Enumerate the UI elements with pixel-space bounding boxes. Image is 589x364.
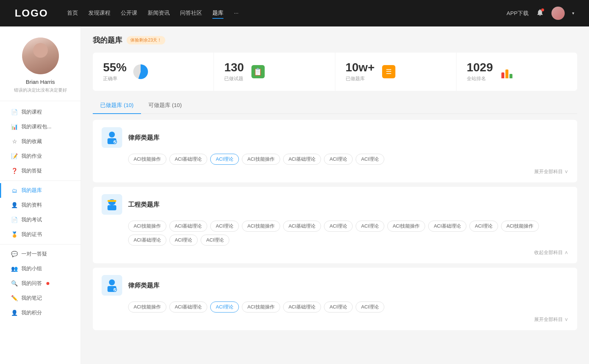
tab-0[interactable]: 已做题库 (10) (93, 98, 141, 113)
sidebar-item-10[interactable]: 👥我的小组 (0, 261, 81, 276)
sidebar-label-12: 我的笔记 (21, 295, 42, 301)
sidebar-label-13: 我的积分 (21, 310, 42, 316)
sidebar-icon-0: 📄 (11, 109, 18, 115)
sidebar-item-7[interactable]: 📄我的考试 (0, 213, 81, 227)
stat-text-2: 10w+ 已做题库 (346, 61, 375, 82)
bank-card-2: 律师类题库 ACI技能操作ACI基础理论ACI理论ACI技能操作ACI基础理论A… (93, 268, 577, 330)
sidebar-icon-5: 🗂 (11, 187, 18, 194)
sidebar-item-2[interactable]: ☆我的收藏 (0, 134, 81, 149)
tag-2-6[interactable]: ACI理论 (356, 301, 384, 313)
bar-chart-icon (499, 64, 515, 80)
sidebar-item-4[interactable]: ❓我的答疑 (0, 164, 81, 178)
sidebar-item-0[interactable]: 📄我的课程 (0, 105, 81, 119)
logo[interactable]: LOGO (15, 7, 48, 19)
svg-point-6 (109, 279, 115, 285)
bank-card-header-0: 律师类题库 (102, 127, 568, 148)
tag-1-10[interactable]: ACI技能操作 (501, 221, 539, 232)
sidebar-icon-9: 💬 (11, 251, 18, 257)
tag-2-4[interactable]: ACI基础理论 (283, 301, 321, 313)
nav-link[interactable]: ··· (234, 8, 239, 19)
profile-motto: 错误的决定比没有决定要好 (14, 87, 67, 93)
tag-1-13[interactable]: ACI理论 (201, 235, 229, 246)
bank-card-footer-1: 收起全部科目 ∧ (102, 249, 568, 256)
nav-link[interactable]: 首页 (67, 8, 78, 19)
sidebar-icon-7: 📄 (11, 217, 18, 223)
nav-link[interactable]: 题库 (212, 8, 223, 19)
expand-button-1[interactable]: 收起全部科目 ∧ (534, 249, 568, 256)
notification-dot (541, 8, 544, 11)
sidebar-item-11[interactable]: 🔍我的问答 (0, 276, 81, 291)
user-menu-chevron[interactable]: ▾ (572, 11, 574, 16)
bank-card-footer-0: 展开全部科目 ∨ (102, 168, 568, 175)
tag-1-11[interactable]: ACI基础理论 (128, 235, 166, 246)
sidebar-menu: 📄我的课程📊我的课程包...☆我的收藏📝我的作业❓我的答疑🗂我的题库👤我的资料📄… (0, 101, 81, 324)
sidebar-label-3: 我的作业 (21, 153, 42, 160)
tag-0-3[interactable]: ACI技能操作 (242, 154, 280, 165)
tag-0-2[interactable]: ACI理论 (210, 154, 239, 165)
tag-2-3[interactable]: ACI技能操作 (242, 301, 280, 313)
nav-link[interactable]: 发现课程 (88, 8, 110, 19)
bank-card-header-2: 律师类题库 (102, 275, 568, 296)
tag-1-1[interactable]: ACI基础理论 (169, 221, 208, 232)
sidebar-item-6[interactable]: 👤我的资料 (0, 198, 81, 213)
expand-button-2[interactable]: 展开全部科目 ∨ (534, 316, 568, 323)
stats-row: 55% 正确率 130 已做试题 📋 10w+ 已做题库 ☰ 1029 全站排名 (93, 53, 577, 91)
tag-0-4[interactable]: ACI基础理论 (283, 154, 321, 165)
tag-0-0[interactable]: ACI技能操作 (128, 154, 166, 165)
stat-label-2: 已做题库 (346, 75, 375, 82)
tag-1-3[interactable]: ACI技能操作 (242, 221, 280, 232)
sidebar-item-9[interactable]: 💬一对一答疑 (0, 247, 81, 261)
sidebar-icon-8: 🏅 (11, 231, 18, 238)
tag-2-2[interactable]: ACI理论 (210, 301, 239, 313)
bank-title-0: 律师类题库 (128, 133, 159, 142)
bank-icon-2 (102, 275, 122, 296)
stat-text-3: 1029 全站排名 (467, 61, 493, 82)
expand-button-0[interactable]: 展开全部科目 ∨ (534, 168, 568, 175)
tags-row-2: ACI技能操作ACI基础理论ACI理论ACI技能操作ACI基础理论ACI理论AC… (128, 301, 568, 313)
notification-bell[interactable] (536, 8, 544, 18)
tag-1-5[interactable]: ACI理论 (324, 221, 353, 232)
bank-cards-container: 律师类题库 ACI技能操作ACI基础理论ACI理论ACI技能操作ACI基础理论A… (93, 120, 577, 330)
tags-row-0: ACI技能操作ACI基础理论ACI理论ACI技能操作ACI基础理论ACI理论AC… (128, 154, 568, 165)
tab-1[interactable]: 可做题库 (10) (141, 98, 189, 113)
tag-1-4[interactable]: ACI基础理论 (283, 221, 321, 232)
sidebar-label-0: 我的课程 (21, 109, 42, 115)
tag-1-2[interactable]: ACI理论 (210, 221, 239, 232)
navbar-right: APP下载 ▾ (507, 7, 574, 20)
tag-0-1[interactable]: ACI基础理论 (169, 154, 208, 165)
tag-2-1[interactable]: ACI基础理论 (169, 301, 208, 313)
nav-link[interactable]: 新闻资讯 (148, 8, 170, 19)
tag-1-0[interactable]: ACI技能操作 (128, 221, 166, 232)
list-icon: ☰ (381, 64, 397, 80)
sidebar-icon-10: 👥 (11, 265, 18, 272)
trial-badge: 体验剩余23天！ (127, 36, 165, 44)
tag-1-6[interactable]: ACI理论 (356, 221, 384, 232)
app-download-link[interactable]: APP下载 (507, 10, 529, 17)
tag-1-9[interactable]: ACI理论 (469, 221, 498, 232)
tag-1-8[interactable]: ACI基础理论 (428, 221, 466, 232)
svg-point-0 (109, 132, 115, 138)
sidebar-item-8[interactable]: 🏅我的证书 (0, 227, 81, 242)
sidebar-label-1: 我的课程包... (21, 124, 52, 130)
tag-2-0[interactable]: ACI技能操作 (128, 301, 166, 313)
sidebar-item-3[interactable]: 📝我的作业 (0, 149, 81, 164)
tag-1-7[interactable]: ACI技能操作 (387, 221, 426, 232)
tags-row-1: ACI技能操作ACI基础理论ACI理论ACI技能操作ACI基础理论ACI理论AC… (128, 221, 568, 246)
sidebar-icon-3: 📝 (11, 153, 18, 160)
bank-icon-0 (102, 127, 122, 148)
sidebar-item-5[interactable]: 🗂我的题库 (0, 183, 81, 198)
sidebar-label-11: 我的问答 (21, 280, 42, 287)
sidebar-item-1[interactable]: 📊我的课程包... (0, 119, 81, 134)
tag-0-5[interactable]: ACI理论 (324, 154, 353, 165)
tag-0-6[interactable]: ACI理论 (356, 154, 384, 165)
nav-links: 首页发现课程公开课新闻资讯问答社区题库··· (67, 8, 495, 19)
sidebar-item-12[interactable]: ✏️我的笔记 (0, 291, 81, 306)
nav-link[interactable]: 问答社区 (180, 8, 202, 19)
tag-2-5[interactable]: ACI理论 (324, 301, 353, 313)
sidebar-item-13[interactable]: 👤我的积分 (0, 306, 81, 320)
stat-label-0: 正确率 (103, 75, 127, 82)
tag-1-12[interactable]: ACI理论 (169, 235, 198, 246)
stat-item-3: 1029 全站排名 (456, 53, 577, 91)
nav-link[interactable]: 公开课 (121, 8, 137, 19)
user-avatar[interactable] (551, 7, 565, 20)
